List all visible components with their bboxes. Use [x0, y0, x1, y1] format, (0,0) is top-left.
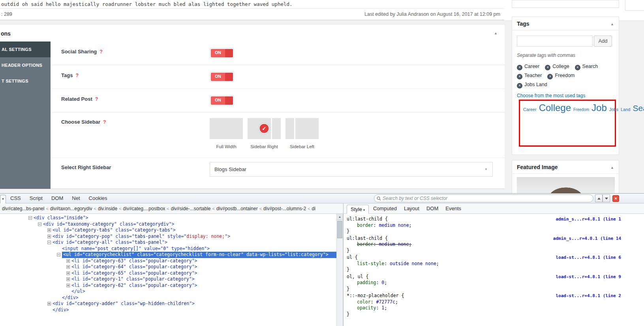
css-property[interactable]: color: #72777c;	[347, 299, 644, 305]
devtools-search-input[interactable]: Search by text or CSS selector	[374, 194, 593, 202]
collapse-toggle-icon[interactable]: ▲	[494, 31, 498, 35]
html-tree-node[interactable]: </ul>	[0, 288, 336, 295]
html-tree-node[interactable]: <input name="post_category[]" value="0" …	[0, 246, 336, 252]
stylesheet-link[interactable]: admin_s...r=4.8.1 (line 14	[553, 236, 644, 242]
post-options-nav-item-al-settings[interactable]: AL SETTINGS	[0, 41, 51, 57]
html-tree-node[interactable]: +<li id="category-62" class="popular-cat…	[0, 283, 336, 289]
breadcrumb-item[interactable]: div#categ...bs-panel	[1, 206, 45, 211]
html-tree-node[interactable]: −<div class="inside">	[0, 215, 336, 221]
scrollbar-thumb[interactable]	[337, 221, 342, 238]
css-property[interactable]: padding: 0;	[347, 280, 644, 286]
tag-cloud-link[interactable]: Search	[633, 104, 644, 113]
css-property[interactable]: list-style: outside none none;	[347, 261, 644, 267]
help-icon[interactable]: ?	[100, 49, 103, 55]
breadcrumb-item[interactable]: div#post-...olumns-2	[262, 206, 307, 211]
html-tree-node[interactable]: </div>	[0, 307, 336, 313]
featured-image-thumbnail[interactable]	[517, 177, 615, 195]
sidebar-option-full-width[interactable]: Full Width	[210, 118, 243, 149]
html-tree-node[interactable]: +<li id="category-65" class="popular-cat…	[0, 270, 336, 277]
help-icon[interactable]: ?	[103, 119, 106, 125]
tab-dom2[interactable]: DOM	[423, 204, 442, 213]
tags-metabox-header[interactable]: Tags ▲	[512, 17, 619, 30]
scroll-up-icon[interactable]: ▲	[337, 214, 343, 220]
find-previous-button[interactable]	[595, 194, 603, 202]
expander-icon[interactable]: +	[66, 259, 70, 263]
tab-style[interactable]: Style▾	[347, 205, 369, 214]
related-post-toggle[interactable]: ON	[210, 95, 234, 106]
expander-icon[interactable]: −	[57, 253, 60, 256]
tab-events[interactable]: Events	[442, 204, 465, 213]
tag-cloud-link[interactable]: Career	[523, 107, 537, 112]
devtools-close-button[interactable]: ×	[612, 195, 619, 202]
css-property[interactable]: border: medium none;	[347, 241, 644, 248]
breadcrumb-item[interactable]: div#postb...ontainer	[215, 206, 259, 211]
breadcrumb-item[interactable]: div.inside	[97, 206, 118, 211]
add-tag-button[interactable]: Add	[594, 36, 612, 47]
tab-layout[interactable]: Layout	[400, 204, 423, 213]
expander-icon[interactable]: −	[28, 216, 32, 220]
remove-tag-icon[interactable]: ×	[517, 74, 522, 79]
css-property[interactable]: border: medium none;	[347, 222, 644, 229]
social-sharing-toggle[interactable]: ON	[210, 48, 234, 58]
css-property[interactable]: opacity: 1;	[347, 305, 644, 311]
expander-icon[interactable]: +	[66, 277, 70, 281]
expander-icon[interactable]: +	[66, 284, 70, 287]
remove-tag-icon[interactable]: ×	[545, 65, 550, 70]
html-tree-node[interactable]: +<li id="category-63" class="popular-cat…	[0, 258, 336, 264]
new-tag-input[interactable]	[517, 36, 593, 47]
remove-tag-icon[interactable]: ×	[517, 83, 522, 89]
sidebar-option-sidebar-right[interactable]: ✓ Sidebar Right	[248, 118, 281, 149]
html-tree-node[interactable]: </div>	[0, 295, 336, 301]
remove-tag-icon[interactable]: ×	[517, 65, 522, 70]
expander-icon[interactable]: +	[66, 265, 70, 269]
right-sidebar-select[interactable]: Blogs Sidebar ▼	[210, 162, 493, 177]
tab-dom[interactable]: DOM	[47, 194, 68, 203]
breadcrumb-item[interactable]: div#taxon...egorydiv	[49, 206, 94, 211]
expander-icon[interactable]: −	[38, 222, 41, 226]
tags-toggle[interactable]: ON	[210, 72, 234, 82]
tag-cloud-link[interactable]: Jobs	[609, 107, 618, 112]
stylesheet-link[interactable]: load-st...r=4.8.1 (line 6	[556, 254, 644, 261]
remove-tag-icon[interactable]: ×	[547, 74, 553, 79]
tag-cloud-link[interactable]: Freedom	[573, 107, 589, 112]
tag-cloud-link[interactable]: Job	[591, 102, 607, 113]
stylesheet-link[interactable]: admin_s...r=4.8.1 (line 1	[556, 216, 644, 222]
tab-computed[interactable]: Computed	[370, 204, 400, 213]
post-options-nav-item-header-options[interactable]: HEADER OPTIONS	[0, 57, 51, 73]
tab-css[interactable]: CSS	[6, 194, 25, 203]
breadcrumb-item[interactable]: di	[311, 206, 317, 211]
css-selector[interactable]: *::-moz-placeholder {	[347, 293, 404, 299]
tag-cloud-link[interactable]: College	[539, 102, 571, 113]
post-options-nav-item-t-settings[interactable]: T SETTINGS	[0, 73, 51, 89]
html-tree-node[interactable]: −<div id="taxonomy-category" class="cate…	[0, 221, 336, 228]
tab-cookies[interactable]: Cookies	[84, 194, 112, 203]
html-tab-dropdown-icon[interactable]: ▾	[0, 195, 6, 204]
expander-icon[interactable]: +	[47, 235, 51, 238]
collapse-toggle-icon[interactable]: ▲	[610, 166, 614, 170]
breadcrumb-item[interactable]: div#categ....postbox	[122, 206, 167, 211]
css-selector[interactable]: ol, ul {	[347, 274, 368, 280]
html-tree-node[interactable]: +<li id="category-64" class="popular-cat…	[0, 264, 336, 270]
html-tree-node[interactable]: −<div id="category-all" class="tabs-pane…	[0, 239, 336, 246]
remove-tag-icon[interactable]: ×	[575, 65, 580, 70]
help-icon[interactable]: ?	[95, 96, 98, 102]
stylesheet-link[interactable]: load-st...r=4.8.1 (line 9	[556, 274, 644, 280]
html-tree-node[interactable]: +<div id="category-pop" class="tabs-pane…	[0, 234, 336, 240]
help-icon[interactable]: ?	[75, 73, 79, 78]
expander-icon[interactable]: +	[47, 228, 51, 232]
stylesheet-link[interactable]: load-st...r=4.8.1 (line 2	[556, 293, 644, 299]
tab-net[interactable]: Net	[68, 194, 84, 203]
scrollbar[interactable]: ▲	[336, 214, 343, 326]
post-content-editor[interactable]: outdid oh said hello majestically roadru…	[0, 0, 504, 9]
find-next-button[interactable]	[603, 194, 610, 202]
sidebar-option-sidebar-left[interactable]: Sidebar Left	[285, 118, 319, 149]
tab-script[interactable]: Script	[25, 194, 47, 203]
expander-icon[interactable]: +	[66, 271, 70, 275]
expander-icon[interactable]: −	[47, 241, 51, 244]
breadcrumb-item[interactable]: div#side-...sortable	[170, 206, 212, 211]
css-selector[interactable]: ul:last-child {	[347, 236, 388, 242]
tag-cloud-link[interactable]: Land	[621, 107, 630, 112]
html-tree-node[interactable]: +<div id="category-adder" class="wp-hidd…	[0, 301, 336, 307]
featured-image-header[interactable]: Featured Image ▲	[512, 160, 619, 174]
collapse-toggle-icon[interactable]: ▲	[610, 22, 614, 26]
